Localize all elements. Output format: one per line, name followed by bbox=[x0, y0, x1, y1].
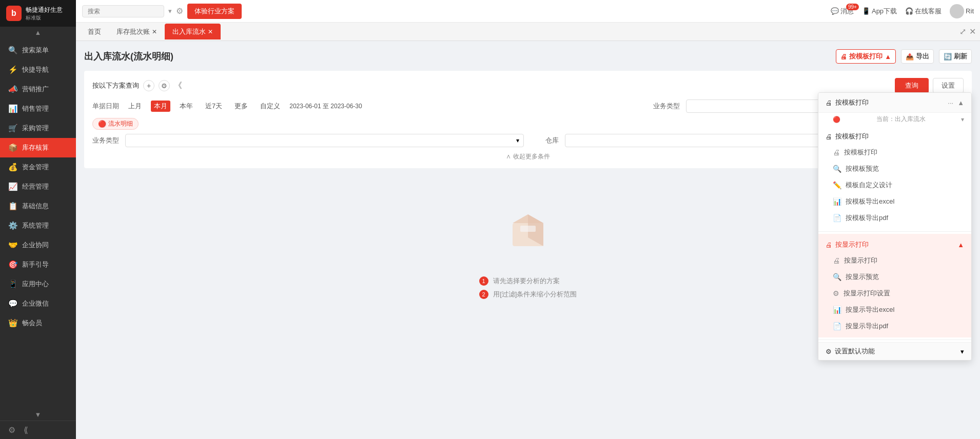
panel-item-template-print[interactable]: 🖨 按模板打印 bbox=[818, 144, 971, 161]
panel-item-display-print[interactable]: 🖨 按显示打印 bbox=[818, 252, 971, 269]
display-excel-icon: 📊 bbox=[833, 306, 841, 314]
panel-footer[interactable]: ⚙ 设置默认功能 ▾ bbox=[818, 342, 971, 360]
page-header: 出入库流水(流水明细) 🖨 按模板打印 ▲ 📤 导出 🔄 刷新 bbox=[84, 49, 972, 64]
panel-item-display-settings[interactable]: ⚙ 按显示打印设置 bbox=[818, 285, 971, 302]
business-type-select[interactable]: ▾ bbox=[125, 134, 524, 147]
panel-chevron-up-icon[interactable]: ▲ bbox=[957, 99, 964, 107]
tab-batch-account[interactable]: 库存批次账 ✕ bbox=[109, 24, 165, 39]
query-btn[interactable]: 查询 bbox=[895, 78, 929, 93]
print-btn[interactable]: 🖨 按模板打印 ▲ bbox=[836, 49, 896, 64]
sidebar-item-wechat[interactable]: 💬 企业微信 bbox=[0, 294, 76, 313]
sidebar-item-search[interactable]: 🔍 搜索菜单 bbox=[0, 41, 76, 60]
date-option-more[interactable]: 更多 bbox=[231, 101, 251, 112]
panel-divider-2 bbox=[818, 340, 971, 340]
avatar bbox=[950, 4, 964, 18]
panel-section-template-header[interactable]: 🖨 按模板打印 bbox=[818, 129, 971, 144]
sidebar-item-finance[interactable]: 💰 资金管理 bbox=[0, 157, 76, 177]
topbar-chevron-icon[interactable]: ▾ bbox=[168, 7, 172, 15]
filter-add-btn[interactable]: + bbox=[143, 80, 154, 91]
tab-maximize-icon[interactable]: ⤢ bbox=[959, 27, 966, 36]
panel-section-display-header[interactable]: 🖨 按显示打印 ▲ bbox=[818, 237, 971, 252]
apps-icon: 📱 bbox=[8, 280, 18, 289]
panel-item-template-excel[interactable]: 📊 按模板导出excel bbox=[818, 193, 971, 210]
tab-flow-close[interactable]: ✕ bbox=[208, 28, 213, 35]
display-pdf-icon: 📄 bbox=[833, 322, 841, 330]
panel-header-actions: ··· ▲ bbox=[948, 99, 964, 107]
tab-flow[interactable]: 出入库流水 ✕ bbox=[165, 24, 221, 39]
sidebar-item-purchase[interactable]: 🛒 采购管理 bbox=[0, 118, 76, 138]
user-menu[interactable]: Rit bbox=[950, 4, 974, 18]
sidebar-item-basic[interactable]: 📋 基础信息 bbox=[0, 196, 76, 216]
topbar-gear-icon[interactable]: ⚙ bbox=[176, 6, 183, 16]
panel-section-display-title: 🖨 按显示打印 bbox=[826, 240, 869, 249]
date-option-last-7-days[interactable]: 近7天 bbox=[202, 101, 225, 112]
filter-collapse-icon[interactable]: 《 bbox=[174, 81, 182, 91]
sales-icon: 📊 bbox=[8, 104, 18, 113]
sidebar-item-member[interactable]: 👑 畅会员 bbox=[0, 313, 76, 333]
svg-rect-3 bbox=[520, 226, 536, 232]
panel-section-template-title: 🖨 按模板打印 bbox=[826, 132, 869, 141]
template-section-icon: 🖨 bbox=[826, 133, 832, 141]
date-label: 单据日期 bbox=[92, 102, 119, 111]
tab-close-icon[interactable]: ✕ bbox=[969, 27, 976, 36]
panel-header: 🖨 按模板打印 ··· ▲ bbox=[818, 93, 971, 113]
page-title: 出入库流水(流水明细) bbox=[84, 50, 173, 63]
page-header-actions: 🖨 按模板打印 ▲ 📤 导出 🔄 刷新 bbox=[836, 49, 972, 64]
filter-title: 按以下方案查询 bbox=[92, 81, 139, 90]
member-icon: 👑 bbox=[8, 318, 18, 328]
template-preview-icon: 🔍 bbox=[833, 165, 841, 173]
sidebar-item-corp[interactable]: 🤝 企业协同 bbox=[0, 235, 76, 255]
date-option-last-month[interactable]: 上月 bbox=[125, 101, 145, 112]
panel-current-sub[interactable]: 🔴 当前：出入库流水 ▾ bbox=[818, 113, 971, 126]
sidebar-item-system[interactable]: ⚙️ 系统管理 bbox=[0, 216, 76, 235]
sidebar-scroll-up[interactable]: ▲ bbox=[0, 27, 76, 38]
filter-gear-btn[interactable]: ⚙ bbox=[159, 80, 170, 91]
display-section-chevron[interactable]: ▲ bbox=[957, 241, 964, 249]
panel-item-display-pdf[interactable]: 📄 按显示导出pdf bbox=[818, 318, 971, 334]
panel-more-icon[interactable]: ··· bbox=[948, 99, 953, 107]
panel-item-display-preview[interactable]: 🔍 按显示预览 bbox=[818, 269, 971, 285]
export-btn[interactable]: 📤 导出 bbox=[901, 49, 934, 64]
headset-icon: 🎧 bbox=[905, 7, 913, 15]
sidebar-item-marketing[interactable]: 📣 营销推广 bbox=[0, 79, 76, 99]
refresh-btn[interactable]: 🔄 刷新 bbox=[939, 49, 972, 64]
industry-btn[interactable]: 体验行业方案 bbox=[187, 4, 242, 19]
collapse-up-icon: ∧ bbox=[506, 153, 511, 160]
template-excel-icon: 📊 bbox=[833, 197, 841, 206]
settings-btn[interactable]: 设置 bbox=[933, 78, 964, 93]
tab-batch-account-close[interactable]: ✕ bbox=[152, 28, 157, 35]
print-chevron-icon: ▲ bbox=[885, 53, 891, 61]
main-area: ▾ ⚙ 体验行业方案 💬 消息 99+ 📱 App下载 🎧 在线客服 Rit bbox=[76, 0, 980, 439]
sidebar-item-apps[interactable]: 📱 应用中心 bbox=[0, 274, 76, 294]
message-btn[interactable]: 💬 消息 99+ bbox=[831, 7, 854, 16]
tab-home[interactable]: 首页 bbox=[80, 24, 109, 39]
sidebar-item-inventory[interactable]: 📦 库存核算 bbox=[0, 138, 76, 157]
app-download-btn[interactable]: 📱 App下载 bbox=[862, 7, 897, 16]
sidebar-scroll-down[interactable]: ▼ bbox=[0, 409, 76, 421]
date-option-this-month[interactable]: 本月 bbox=[151, 101, 170, 112]
page-content: 出入库流水(流水明细) 🖨 按模板打印 ▲ 📤 导出 🔄 刷新 bbox=[76, 41, 980, 439]
panel-item-template-preview[interactable]: 🔍 按模板预览 bbox=[818, 161, 971, 177]
logo-icon: b bbox=[6, 6, 22, 21]
online-service-btn[interactable]: 🎧 在线客服 bbox=[905, 7, 942, 16]
sidebar-item-guide[interactable]: 🎯 新手引导 bbox=[0, 255, 76, 274]
sidebar-item-quick-nav[interactable]: ⚡ 快捷导航 bbox=[0, 60, 76, 79]
display-print-icon: 🖨 bbox=[833, 256, 840, 265]
sidebar-footer: ⚙ ⟪ bbox=[0, 421, 76, 439]
topbar-search-input[interactable] bbox=[82, 5, 164, 17]
sidebar-item-operation[interactable]: 📈 经营管理 bbox=[0, 177, 76, 196]
print-panel-icon: 🖨 bbox=[826, 99, 832, 107]
sidebar-collapse-icon[interactable]: ⟪ bbox=[24, 425, 28, 435]
print-icon: 🖨 bbox=[840, 53, 847, 61]
active-chip[interactable]: 🔴 流水明细 bbox=[92, 118, 139, 130]
message-icon: 💬 bbox=[831, 7, 839, 15]
sidebar-settings-icon[interactable]: ⚙ bbox=[8, 425, 15, 435]
sidebar-item-sales[interactable]: 📊 销售管理 bbox=[0, 99, 76, 118]
message-badge: 99+ bbox=[846, 4, 859, 10]
panel-item-template-pdf[interactable]: 📄 按模板导出pdf bbox=[818, 210, 971, 226]
display-section-icon: 🖨 bbox=[826, 241, 832, 249]
date-option-custom[interactable]: 自定义 bbox=[257, 101, 283, 112]
panel-item-display-excel[interactable]: 📊 按显示导出excel bbox=[818, 302, 971, 318]
date-option-this-year[interactable]: 本年 bbox=[177, 101, 196, 112]
panel-item-template-custom[interactable]: ✏️ 模板自定义设计 bbox=[818, 177, 971, 193]
